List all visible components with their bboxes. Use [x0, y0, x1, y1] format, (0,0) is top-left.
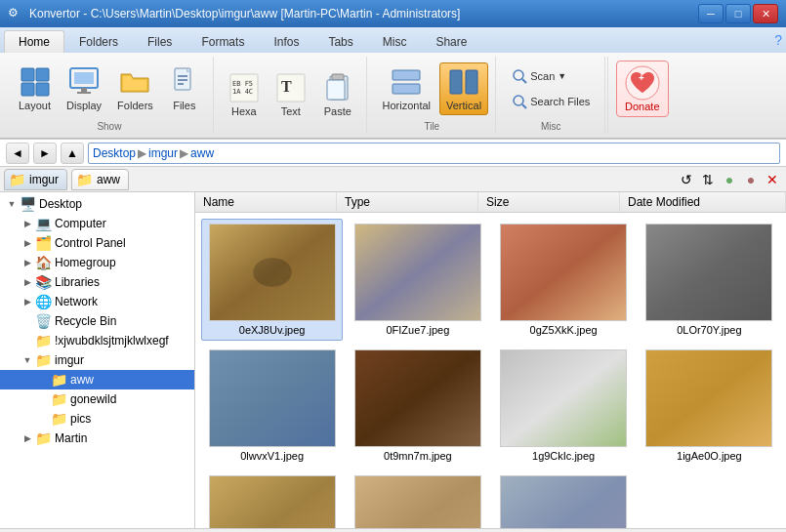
- horizontal-button[interactable]: Horizontal: [375, 62, 437, 115]
- sidebar-item-aww[interactable]: ▶ 📁 aww: [0, 370, 194, 389]
- sidebar-item-network[interactable]: ▶ 🌐 Network: [0, 292, 194, 311]
- thumbnail-item[interactable]: [201, 471, 343, 528]
- col-header-type[interactable]: Type: [337, 192, 478, 212]
- sidebar-label-desktop: Desktop: [39, 197, 82, 211]
- bc-desktop[interactable]: Desktop: [93, 146, 136, 160]
- thumbnail-item[interactable]: 0eXJ8Uv.jpeg: [201, 219, 343, 341]
- svg-text:+: +: [639, 72, 644, 83]
- thumbnail-item[interactable]: 0lwvxV1.jpeg: [201, 345, 343, 467]
- ribbon-group-show2: EB F5 1A 4C Hexa T Text: [216, 57, 367, 134]
- expander-libraries[interactable]: ▶: [20, 274, 35, 290]
- sidebar-label-imgur: imgur: [55, 353, 84, 367]
- sort-icon[interactable]: ⇅: [698, 170, 718, 189]
- thumbnail-label: 0t9mn7m.jpeg: [384, 450, 452, 462]
- scan-button[interactable]: Scan ▼: [505, 65, 597, 87]
- col-header-date[interactable]: Date Modified: [620, 192, 786, 212]
- expander-computer[interactable]: ▶: [20, 216, 35, 231]
- expander-imgur[interactable]: ▼: [20, 352, 35, 368]
- sidebar-item-pics[interactable]: ▶ 📁 pics: [0, 409, 194, 429]
- search-files-button[interactable]: Search Files: [505, 91, 597, 112]
- back-button[interactable]: ◄: [6, 143, 29, 164]
- svg-text:1A 4C: 1A 4C: [232, 88, 253, 96]
- display-button[interactable]: Display: [60, 62, 108, 115]
- sidebar-item-homegroup[interactable]: ▶ 🏠 Homegroup: [0, 253, 194, 272]
- sidebar-item-longname[interactable]: ▶ 📁 !xjwubdklsjtmjklwlxegf: [0, 331, 194, 350]
- tab-formats[interactable]: Formats: [186, 30, 259, 53]
- expander-control-panel[interactable]: ▶: [20, 235, 35, 251]
- donate-heart-icon: +: [625, 65, 660, 101]
- thumbnail-item[interactable]: 0t9mn7m.jpeg: [347, 345, 488, 467]
- vertical-button[interactable]: Vertical: [439, 62, 488, 115]
- expander-desktop[interactable]: ▼: [4, 196, 20, 212]
- tab-share[interactable]: Share: [421, 30, 481, 53]
- address-bar: ◄ ► ▲ Desktop ▶ imgur ▶ aww: [0, 140, 786, 167]
- thumbnail-item[interactable]: 1igAe0O.jpeg: [639, 345, 780, 467]
- thumbnail-item[interactable]: [347, 471, 488, 528]
- svg-line-25: [522, 79, 526, 83]
- tab-home[interactable]: Home: [4, 30, 64, 53]
- thumbnail-item[interactable]: 0LOr70Y.jpeg: [639, 219, 780, 341]
- refresh-icon[interactable]: ↺: [677, 170, 696, 189]
- thumbnail-item[interactable]: 0gZ5XkK.jpeg: [493, 219, 635, 341]
- svg-rect-39: [210, 476, 335, 528]
- sidebar-item-computer[interactable]: ▶ 💻 Computer: [0, 214, 194, 233]
- col-header-name[interactable]: Name: [195, 192, 337, 212]
- bc-imgur[interactable]: imgur: [148, 146, 178, 160]
- view-icon[interactable]: ●: [720, 170, 739, 189]
- thumbnail-image: [500, 224, 627, 321]
- expander-martin[interactable]: ▶: [20, 430, 35, 446]
- expander-network[interactable]: ▶: [20, 294, 35, 309]
- files-icon: [169, 66, 200, 98]
- folders-button[interactable]: Folders: [110, 62, 160, 115]
- tab-imgur[interactable]: 📁 imgur: [4, 169, 67, 190]
- sidebar-item-control-panel[interactable]: ▶ 🗂️ Control Panel: [0, 233, 194, 253]
- svg-rect-40: [355, 476, 480, 528]
- tab-misc[interactable]: Misc: [368, 30, 422, 53]
- sidebar-item-martin[interactable]: ▶ 📁 Martin: [0, 429, 194, 448]
- tab-aww[interactable]: 📁 aww: [71, 169, 129, 190]
- sidebar-item-recycle-bin[interactable]: ▶ 🗑️ Recycle Bin: [0, 311, 194, 331]
- col-header-size[interactable]: Size: [478, 192, 620, 212]
- misc-group-label: Misc: [541, 119, 561, 132]
- donate-label: Donate: [625, 101, 659, 112]
- minimize-button[interactable]: ─: [698, 4, 724, 23]
- ribbon-buttons-tile: Horizontal Vertical: [375, 59, 488, 119]
- tab-folders[interactable]: Folders: [64, 30, 133, 53]
- file-list[interactable]: Name Type Size Date Modified 0eXJ8Uv.jpe…: [195, 192, 786, 528]
- svg-rect-23: [466, 70, 477, 94]
- maximize-button[interactable]: □: [725, 4, 751, 23]
- layout-button[interactable]: Layout: [12, 62, 58, 115]
- thumbnail-label: 1g9CkIc.jpeg: [532, 450, 595, 462]
- thumbnail-item[interactable]: 0FIZue7.jpeg: [347, 219, 488, 341]
- svg-line-27: [522, 104, 526, 108]
- tab-tabs[interactable]: Tabs: [313, 30, 367, 53]
- tab-files[interactable]: Files: [133, 30, 186, 53]
- tab-infos[interactable]: Infos: [259, 30, 313, 53]
- files-button[interactable]: Files: [162, 62, 207, 115]
- horizontal-icon: [391, 66, 422, 98]
- sidebar-item-gonewild[interactable]: ▶ 📁 gonewild: [0, 389, 194, 409]
- sidebar-label-longname: !xjwubdklsjtmjklwlxegf: [55, 334, 169, 348]
- sidebar-item-desktop[interactable]: ▼ 🖥️ Desktop: [0, 194, 194, 214]
- sidebar-label-network: Network: [55, 295, 98, 308]
- up-button[interactable]: ▲: [61, 143, 84, 164]
- forward-button[interactable]: ►: [33, 143, 57, 164]
- thumbnail-label: 1igAe0O.jpeg: [677, 450, 742, 462]
- thumbnail-item[interactable]: 1g9CkIc.jpeg: [493, 345, 635, 467]
- bc-aww[interactable]: aww: [190, 146, 214, 160]
- view2-icon[interactable]: ●: [741, 170, 761, 189]
- ribbon-group-show: Layout Display: [6, 57, 214, 134]
- hexa-button[interactable]: EB F5 1A 4C Hexa: [222, 68, 267, 121]
- close-tab-icon[interactable]: ✕: [763, 170, 782, 189]
- sidebar-item-libraries[interactable]: ▶ 📚 Libraries: [0, 272, 194, 292]
- close-button[interactable]: ✕: [753, 4, 778, 23]
- donate-button[interactable]: + Donate: [616, 61, 669, 117]
- help-icon[interactable]: ?: [774, 32, 782, 48]
- svg-text:EB F5: EB F5: [232, 80, 253, 88]
- paste-button[interactable]: Paste: [315, 68, 360, 121]
- text-button[interactable]: T Text: [269, 68, 313, 121]
- display-icon: [68, 66, 100, 98]
- thumbnail-item[interactable]: [493, 471, 635, 528]
- expander-homegroup[interactable]: ▶: [20, 255, 35, 270]
- sidebar-item-imgur[interactable]: ▼ 📁 imgur: [0, 350, 194, 370]
